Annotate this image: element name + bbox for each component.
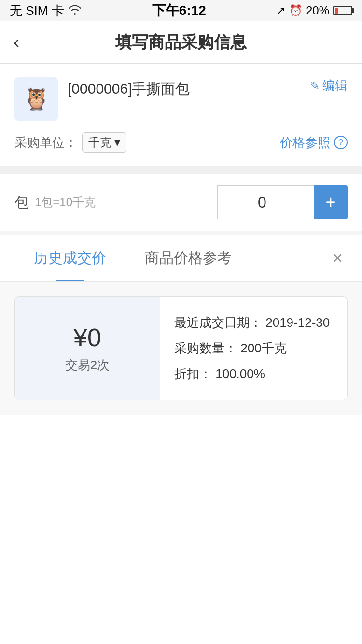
battery-icon xyxy=(333,6,352,15)
discount-value: 100.00% xyxy=(215,366,265,381)
status-left: 无 SIM 卡 xyxy=(10,2,82,19)
price-amount: ¥0 xyxy=(73,323,101,352)
discount-label: 折扣： xyxy=(174,366,212,381)
product-unit-row: 采购单位： 千克 ▾ 价格参照 ? xyxy=(14,132,348,153)
bottom-space xyxy=(0,415,362,644)
alarm-icon: ⏰ xyxy=(289,4,302,17)
recent-date-value: 2019-12-30 xyxy=(265,315,330,330)
location-icon: ↗ xyxy=(277,4,285,17)
purchase-qty-label: 采购数量： xyxy=(174,341,237,355)
page-title: 填写商品采购信息 xyxy=(115,31,247,54)
price-details: 最近成交日期： 2019-12-30 采购数量： 200千克 折扣： 100.0… xyxy=(160,297,347,400)
product-logo: 🦉 xyxy=(23,86,50,112)
unit-select[interactable]: 千克 ▾ xyxy=(82,132,126,153)
wifi-icon xyxy=(68,3,82,18)
edit-label: 编辑 xyxy=(322,77,348,94)
product-card: 🦉 [0000006]手撕面包 ✎ 编辑 采购单位： 千克 ▾ 价格参照 ? xyxy=(0,64,362,166)
section-divider xyxy=(0,166,362,174)
quantity-plus-button[interactable]: + xyxy=(314,185,348,219)
unit-value: 千克 xyxy=(88,135,111,150)
quantity-left: 包 1包=10千克 xyxy=(14,193,96,212)
close-button[interactable]: × xyxy=(328,243,348,273)
unit-badge: 包 xyxy=(14,193,29,212)
unit-hint: 1包=10千克 xyxy=(35,195,96,210)
tabs-section: 历史成交价 商品价格参考 × ¥0 交易2次 最近成交日期： 2019-12-3… xyxy=(0,235,362,415)
quantity-input-group: + xyxy=(217,185,348,219)
purchase-qty-row: 采购数量： 200千克 xyxy=(174,340,333,357)
trade-count: 交易2次 xyxy=(65,357,110,374)
product-thumbnail: 🦉 xyxy=(14,77,58,121)
recent-date-label: 最近成交日期： xyxy=(174,315,262,330)
back-button[interactable]: ‹ xyxy=(14,32,19,53)
edit-icon: ✎ xyxy=(310,79,320,93)
quantity-input[interactable] xyxy=(217,185,314,219)
carrier-text: 无 SIM 卡 xyxy=(10,2,64,19)
product-header: 🦉 [0000006]手撕面包 ✎ 编辑 xyxy=(14,77,348,121)
product-name: [0000006]手撕面包 xyxy=(68,77,190,99)
tabs-list: 历史成交价 商品价格参考 xyxy=(14,235,251,281)
edit-button[interactable]: ✎ 编辑 xyxy=(310,77,348,94)
tabs-header: 历史成交价 商品价格参考 × xyxy=(0,235,362,282)
purchase-qty-value: 200千克 xyxy=(240,341,286,355)
status-bar: 无 SIM 卡 下午6:12 ↗ ⏰ 20% xyxy=(0,0,362,21)
unit-label: 采购单位： 千克 ▾ xyxy=(14,132,126,153)
recent-date-row: 最近成交日期： 2019-12-30 xyxy=(174,314,333,331)
nav-bar: ‹ 填写商品采购信息 xyxy=(0,21,362,64)
price-ref-button[interactable]: 价格参照 ? xyxy=(280,134,348,151)
product-info: 🦉 [0000006]手撕面包 xyxy=(14,77,190,121)
dropdown-icon: ▾ xyxy=(114,136,120,149)
tab-product-price[interactable]: 商品价格参考 xyxy=(125,235,251,281)
discount-row: 折扣： 100.00% xyxy=(174,365,333,382)
help-icon: ? xyxy=(334,136,348,149)
status-right: ↗ ⏰ 20% xyxy=(277,4,352,17)
battery-percent: 20% xyxy=(306,4,329,17)
price-main: ¥0 交易2次 xyxy=(15,297,160,400)
status-time: 下午6:12 xyxy=(152,1,206,20)
tab-content: ¥0 交易2次 最近成交日期： 2019-12-30 采购数量： 200千克 折… xyxy=(0,282,362,415)
tab-history-price[interactable]: 历史成交价 xyxy=(14,235,125,281)
price-card: ¥0 交易2次 最近成交日期： 2019-12-30 采购数量： 200千克 折… xyxy=(14,296,348,400)
quantity-row: 包 1包=10千克 + xyxy=(0,174,362,231)
price-ref-label: 价格参照 xyxy=(280,134,330,151)
